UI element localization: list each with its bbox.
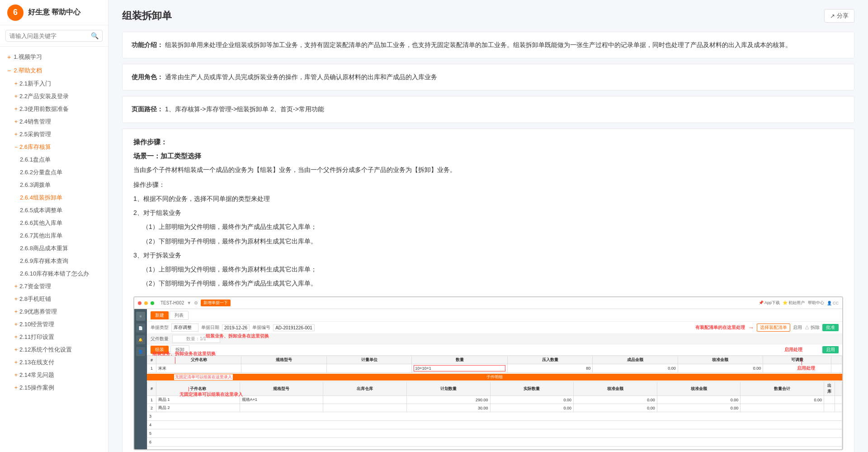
plus-icon-sub: + xyxy=(14,106,18,112)
plus-icon-sub: + xyxy=(14,372,18,378)
page-header: 组装拆卸单 ↗ 分享 xyxy=(122,9,854,23)
plus-icon-sub: + xyxy=(14,347,18,353)
nav-tree: + 1.视频学习 − 2.帮助文档 + 2.1新手入门 + 2.2产品安装及登录… xyxy=(0,47,108,452)
form-no-val[interactable]: AD-20191226-001 xyxy=(273,324,315,331)
sidebar-item-sales[interactable]: + 2.4销售管理 xyxy=(0,115,108,128)
minus-icon-sub: − xyxy=(14,144,18,150)
sidebar-item-other-out[interactable]: 2.6.7其他出库单 xyxy=(0,229,108,242)
search-icon[interactable]: 🔍 xyxy=(91,32,99,39)
plus-icon-sub: + xyxy=(14,296,18,302)
sidebar-item-other-in[interactable]: 2.6.6其他入库单 xyxy=(0,217,108,229)
plus-icon-sub: + xyxy=(14,93,18,100)
feature-intro-content: 组装拆卸单用来处理企业组装或拆卸等加工业务，支持有固定装配清单的产品加工业务，也… xyxy=(165,41,792,48)
sidebar-item-online-pay[interactable]: + 2.13在线支付 xyxy=(0,356,108,369)
step2-2: （2）下部明细为子件明细，最终作为原材料生成其它出库单。 xyxy=(142,236,843,247)
btn-disassembly-type[interactable]: 拆卸 xyxy=(170,345,189,354)
share-button[interactable]: ↗ 分享 xyxy=(824,9,854,23)
sidebar-section-docs: − 2.帮助文档 + 2.1新手入门 + 2.2产品安装及登录 + 2.3使用前… xyxy=(0,64,108,394)
sidebar-item-coupon[interactable]: + 2.9优惠券管理 xyxy=(0,305,108,318)
step2: 2、对于组装业务 xyxy=(133,207,843,219)
tab-new[interactable]: 新建 xyxy=(151,311,169,319)
logo-icon: 6 xyxy=(7,5,24,21)
path-label: 页面路径： xyxy=(132,105,163,113)
minus-icon: − xyxy=(7,67,11,74)
sidebar-item-cases[interactable]: + 2.15操作案例 xyxy=(0,381,108,394)
tab-list[interactable]: 列表 xyxy=(170,311,189,320)
sidebar-item-label: 2.帮助文档 xyxy=(14,67,42,75)
sidebar-item-mgmt[interactable]: + 2.10经营管理 xyxy=(0,318,108,331)
btn-approve[interactable]: 批准 xyxy=(822,324,839,331)
annot-enable: 启用处理 xyxy=(784,347,802,353)
sidebar-item-install[interactable]: + 2.2产品安装及登录 xyxy=(0,90,108,103)
sidebar-item-inventory-calc[interactable]: − 2.6库存核算 xyxy=(0,141,108,153)
sidebar-item-cost-adjust[interactable]: 2.6.5成本调整单 xyxy=(0,204,108,217)
sidebar-item-mobile[interactable]: + 2.8手机旺铺 xyxy=(0,293,108,305)
role-content: 通常由生产人员或库管人员完成拆装业务的操作，库管人员确认原材料的出库和产成品的入… xyxy=(165,73,437,81)
app-title: 好生意 帮助中心 xyxy=(28,8,80,17)
sidebar-item-newbie[interactable]: + 2.1新手入门 xyxy=(0,77,108,90)
plus-icon-sub: + xyxy=(14,309,18,315)
sidebar-item-stocktake[interactable]: 2.6.1盘点单 xyxy=(0,153,108,166)
ops-steps-label: 操作步骤： xyxy=(133,179,843,190)
path-text: 页面路径： 1、库存核算->库存管理->组装拆卸单 2、首页->常用功能 xyxy=(132,104,845,115)
path-block: 页面路径： 1、库存核算->库存管理->组装拆卸单 2、首页->常用功能 xyxy=(122,96,854,123)
step3-2: （2）下部明细为子件明细，最终作为产成品生成其它入库单。 xyxy=(142,278,843,289)
form-date-val[interactable]: 2019-12-26 xyxy=(222,324,250,331)
screenshot-topbar-id: TEST-H002 xyxy=(160,300,184,305)
sidebar-item-finance[interactable]: + 2.7资金管理 xyxy=(0,280,108,293)
screenshot-wrapper: TEST-H002 ▼ ⚙ 新增单据一下 📌 App下载 ⭐ 初始用户 帮助中心… xyxy=(133,296,843,450)
step1: 1、根据不同的业务，选择不同单据的类型来处理 xyxy=(133,193,843,205)
sidebar: 6 好生意 帮助中心 🔍 + 1.视频学习 − 2.帮助文档 + 2.1新手入门 xyxy=(0,0,108,452)
sidebar-item-video[interactable]: + 1.视频学习 xyxy=(0,50,108,64)
sidebar-section-inventory: − 2.6库存核算 2.6.1盘点单 2.6.2分量盘点单 2.6.3调拨单 2… xyxy=(0,141,108,280)
btn-select-bom[interactable]: 选择装配清单 xyxy=(757,324,790,332)
ops-title: 操作步骤： xyxy=(133,138,843,147)
annot-bom-label: 有装配清单的在这里处理 xyxy=(695,324,745,331)
sidebar-item-partial-stocktake[interactable]: 2.6.2分量盘点单 xyxy=(0,166,108,179)
search-box: 🔍 xyxy=(5,30,103,42)
role-block: 使用角色： 通常由生产人员或库管人员完成拆装业务的操作，库管人员确认原材料的出库… xyxy=(122,64,854,90)
btn-submit[interactable]: 启用 xyxy=(822,346,839,353)
role-label: 使用角色： xyxy=(132,73,163,81)
form-date-label: 单据日期 xyxy=(201,324,219,331)
sidebar-item-print[interactable]: + 2.11打印设置 xyxy=(0,331,108,343)
sidebar-item-ledger-query[interactable]: 2.6.9库存账本查询 xyxy=(0,255,108,267)
plus-icon-sub: + xyxy=(14,359,18,366)
sidebar-item-assembly[interactable]: 2.6.4组装拆卸单 xyxy=(0,191,108,204)
plus-icon-sub: + xyxy=(14,385,18,391)
plus-icon-sub: + xyxy=(14,119,18,125)
role-text: 使用角色： 通常由生产人员或库管人员完成拆装业务的操作，库管人员确认原材料的出库… xyxy=(132,71,845,83)
step3: 3、对于拆装业务 xyxy=(133,250,843,261)
main-content: 组装拆卸单 ↗ 分享 功能介绍： 组装拆卸单用来处理企业组装或拆卸等加工业务，支… xyxy=(108,0,868,452)
sidebar-item-cost-recalc[interactable]: 2.6.8商品成本重算 xyxy=(0,242,108,255)
logo-bar: 6 好生意 帮助中心 xyxy=(0,0,108,25)
sidebar-item-purchase[interactable]: + 2.5采购管理 xyxy=(0,128,108,141)
steps-block: 操作步骤： 场景一：加工类型选择 当由多个子件材料组装成一个成品的业务为【组装】… xyxy=(122,128,854,452)
sidebar-item-transfer[interactable]: 2.6.3调拨单 xyxy=(0,179,108,191)
page-title: 组装拆卸单 xyxy=(122,9,172,23)
plus-icon-sub: + xyxy=(14,334,18,340)
plus-icon-sub: + xyxy=(14,131,18,138)
scenario1-desc: 当由多个子件材料组装成一个成品的业务为【组装】业务，当由一个父件拆分成多个子产品… xyxy=(133,164,843,176)
screenshot-new-btn[interactable]: 新增单据一下 xyxy=(201,300,231,306)
sidebar-item-customize[interactable]: + 2.12系统个性化设置 xyxy=(0,343,108,356)
sidebar-item-docs[interactable]: − 2.帮助文档 xyxy=(0,64,108,77)
sidebar-item-label: 1.视频学习 xyxy=(14,53,42,61)
feature-intro-block: 功能介绍： 组装拆卸单用来处理企业组装或拆卸等加工业务，支持有固定装配清单的产品… xyxy=(122,32,854,58)
sidebar-item-ledger-fix[interactable]: 2.6.10库存账本错了怎么办 xyxy=(0,267,108,280)
search-input[interactable] xyxy=(9,33,91,39)
btn-assembly-type[interactable]: 组装 xyxy=(151,346,169,354)
scenario1-title: 场景一：加工类型选择 xyxy=(133,152,843,161)
annot-no-bom: 无固定清单可以组装在这里录入 xyxy=(174,374,233,380)
feature-intro-text: 功能介绍： 组装拆卸单用来处理企业组装或拆卸等加工业务，支持有固定装配清单的产品… xyxy=(132,39,845,51)
sidebar-item-faq[interactable]: + 2.14常见问题 xyxy=(0,369,108,381)
feature-intro-label: 功能介绍： xyxy=(132,41,163,48)
plus-icon-sub: + xyxy=(14,81,18,87)
step3-1: （1）上部明细为父件明细，最终作为原材料生成其它出库单； xyxy=(142,264,843,275)
search-bar: 🔍 xyxy=(0,25,108,47)
sidebar-item-data-prep[interactable]: + 2.3使用前数据准备 xyxy=(0,103,108,115)
share-icon: ↗ xyxy=(830,13,835,19)
plus-icon-sub: + xyxy=(14,283,18,290)
plus-icon: + xyxy=(7,53,11,61)
step2-1: （1）上部明细为父件明细，最终作为产成品生成其它入库单； xyxy=(142,221,843,233)
